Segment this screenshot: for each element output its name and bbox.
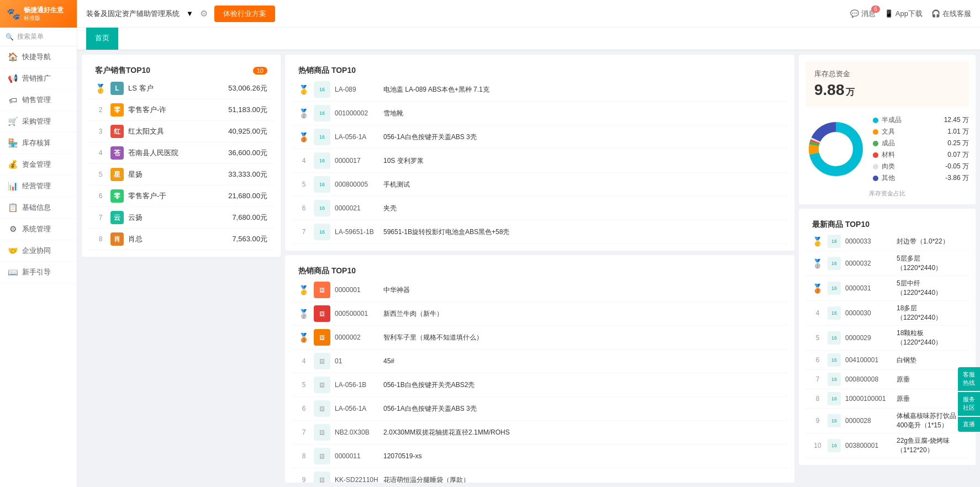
float-btn-0[interactable]: 客服热线 [958,367,980,391]
donut-section: 半成品 12.45 万 文具 1.01 万 成品 0.25 万 材料 0.07 … [805,111,969,187]
product-code: 0000001 [335,286,379,294]
ranking-item: 🥇 L LS 客户 53,006.26元 [88,78,274,99]
tab-home[interactable]: 首页 [86,28,118,50]
nav-icon-finance: 💰 [8,160,18,170]
product-thumb: 16 [314,176,330,193]
page-tabs: 首页 [77,28,980,50]
rank-name: 云扬 [128,213,228,223]
newest-rank: 5 [812,334,823,342]
topbar: 装备及固定资产辅助管理系统 ▼ ⚙ 体验行业方案 💬 消息 6 📱 App下载 … [77,0,980,28]
medal-icon: 🥈 [298,108,309,119]
ranking-item: 4 苍 苍南县人民医院 36,600.00元 [88,142,274,164]
rank-num: 6 [95,192,106,200]
product-thumb: 🖼 [314,377,330,393]
sidebar-item-system[interactable]: ⚙系统管理 [0,219,77,240]
rank-num: 4 [298,357,309,365]
rank-num: 7 [95,214,106,221]
newest-code: 0000028 [845,417,892,425]
newest-product-item: 🥇 16 0000033 封边带（1.0*22） [805,232,969,251]
product-name: 45# [383,357,781,365]
sidebar-item-operations[interactable]: 📊经营管理 [0,176,77,197]
hot-product-item: 5 🖼 LA-056-1B 056-1B白色按键开关壳ABS2壳 [292,373,788,397]
legend-dot [873,176,878,181]
newest-thumb: 16 [828,392,841,405]
product-code: LA-056-1A [335,133,379,141]
nav-label-sales: 销售管理 [22,95,51,105]
legend-name: 半成品 [882,115,941,125]
inventory-legend: 半成品 12.45 万 文具 1.01 万 成品 0.25 万 材料 0.07 … [873,115,969,183]
left-column: 客户销售TOP10 10 🥇 L LS 客户 53,006.26元 2 零 零售… [82,55,281,483]
newest-rank: 8 [812,395,823,403]
logo-sub: 标准版 [24,14,64,22]
nav-label-system: 系统管理 [22,224,51,234]
sidebar-item-finance[interactable]: 💰资金管理 [0,154,77,176]
product-code: 000500001 [335,310,379,317]
app-download-label: App下载 [895,9,923,19]
newest-thumb: 16 [828,257,841,270]
product-code: 0000002 [335,334,379,341]
nav-label-finance: 资金管理 [22,160,51,170]
legend-val: 0.07 万 [947,150,969,160]
rank-badge: 红 [110,125,124,138]
legend-name: 肉类 [882,162,942,171]
legend-name: 其他 [882,173,942,183]
newest-name: 5层多层（1220*2440） [897,254,962,273]
customer-ranking-title: 客户销售TOP10 [95,66,150,76]
right-column: 库存总资金 9.88 万 [799,55,976,483]
newest-thumb: 16 [828,353,841,367]
sidebar-item-marketing[interactable]: 📢营销推广 [0,68,77,89]
nav-label-cooperation: 企业协同 [22,246,51,256]
rank-amount: 7,680.00元 [232,213,267,223]
rank-num: 8 [95,235,106,243]
sidebar-item-quick-nav[interactable]: 🏠快捷导航 [0,46,77,68]
legend-dot [873,129,878,135]
sidebar-item-cooperation[interactable]: 🤝企业协同 [0,240,77,262]
newest-code: 003800001 [845,442,892,449]
rank-num: 3 [95,128,106,135]
trial-button[interactable]: 体验行业方案 [214,6,275,22]
messages-button[interactable]: 💬 消息 6 [850,9,876,19]
nav-icon-cooperation: 🤝 [8,246,18,256]
inventory-total-value: 9.88 万 [814,81,960,99]
nav-icon-guide: 📖 [8,267,18,277]
sidebar-item-sales[interactable]: 🏷销售管理 [0,89,77,111]
headset-icon: 🎧 [931,9,940,18]
product-code: NB2.0X30B [335,428,379,436]
newest-product-item: 9 16 0000028 体械嘉核味苏打饮品400毫升（1*15） [805,409,969,433]
hot-product-mid-item: 7 16 LA-59651-1B 59651-1B旋转投影灯电池盒ABS黑色+5… [292,220,788,244]
rank-amount: 40,925.00元 [228,126,267,136]
sidebar-search[interactable]: 🔍 搜索菜单 [0,28,77,46]
gear-icon[interactable]: ⚙ [200,8,208,19]
newest-products-header: 最新商品 TOP10 [805,215,969,232]
search-icon: 🔍 [6,33,14,41]
newest-product-item: 5 16 0000029 18颗粒板（1220*2440） [805,326,969,351]
product-thumb: 16 [314,129,330,145]
rank-num: 2 [95,106,106,114]
sidebar-item-guide[interactable]: 📖新手引导 [0,262,77,283]
product-code: 0000011 [335,452,379,460]
rank-num: 6 [298,204,309,212]
hot-product-item: 4 🖼 01 45# [292,350,788,373]
rank-badge: 云 [110,211,124,224]
medal-icon: 🥈 [812,258,823,269]
float-btn-1[interactable]: 服务社区 [958,392,980,416]
online-service-button[interactable]: 🎧 在线客服 [931,9,971,19]
product-code: KK-SD22110H [335,476,379,483]
float-btn-2[interactable]: 直播 [958,417,980,432]
sidebar-item-inventory[interactable]: 🏪库存核算 [0,133,77,154]
product-thumb: 🖼 [314,400,330,417]
nav-icon-purchase: 🛒 [8,117,18,126]
app-download-button[interactable]: 📱 App下载 [884,9,923,19]
product-thumb: 🖼 [314,353,330,369]
product-code: LA-056-1A [335,405,379,412]
rank-badge: 苍 [110,146,124,160]
product-name: 10S 变利罗浆 [383,156,781,166]
legend-item: 成品 0.25 万 [873,139,969,148]
sidebar-item-basics[interactable]: 📋基础信息 [0,197,77,219]
newest-code: 0000029 [845,334,892,342]
hot-product-mid-item: 🥇 16 LA-089 电池盖 LA-089 ABS本色+黑种 7.1克 [292,78,788,102]
newest-products-list: 🥇 16 0000033 封边带（1.0*22） 🥈 16 0000032 5层… [805,232,969,458]
rank-badge: 肖 [110,232,124,246]
rank-badge: 星 [110,168,124,181]
sidebar-item-purchase[interactable]: 🛒采购管理 [0,111,77,133]
